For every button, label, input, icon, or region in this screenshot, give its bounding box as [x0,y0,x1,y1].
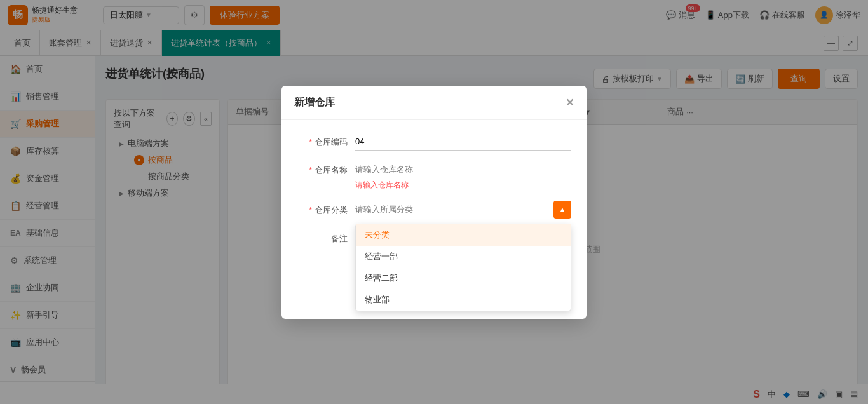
form-row-code: 仓库编码 [297,133,571,151]
classify-input[interactable] [355,201,553,218]
code-label: 仓库编码 [297,133,348,148]
dropdown-item-op1[interactable]: 经营一部 [356,246,571,267]
dialog-header: 新增仓库 ✕ [281,86,587,120]
classify-toggle-btn[interactable]: ▲ [553,201,571,219]
name-input[interactable] [355,161,571,178]
dialog-body: 仓库编码 仓库名称 请输入仓库名称 仓库分类 [281,120,587,279]
classify-control: ▲ 未分类 经营一部 经营二部 物业部 [355,201,571,219]
dropdown-item-none[interactable]: 未分类 [356,224,571,246]
form-row-name: 仓库名称 请输入仓库名称 [297,161,571,191]
code-input[interactable] [355,133,571,151]
dialog-close-button[interactable]: ✕ [566,97,574,109]
form-row-classify: 仓库分类 ▲ 未分类 经营一部 经营二部 物业部 [297,201,571,219]
dialog-title: 新增仓库 [294,96,335,109]
name-control: 请输入仓库名称 [355,161,571,191]
classify-wrapper: ▲ 未分类 经营一部 经营二部 物业部 [355,201,571,219]
classify-dropdown: 未分类 经营一部 经营二部 物业部 [355,224,571,311]
classify-input-row: ▲ [355,201,571,219]
modal-overlay[interactable]: 新增仓库 ✕ 仓库编码 仓库名称 请输入仓库名称 仓库分类 [0,0,868,404]
add-warehouse-dialog: 新增仓库 ✕ 仓库编码 仓库名称 请输入仓库名称 仓库分类 [281,86,587,319]
code-control [355,133,571,151]
note-label: 备注 [297,229,348,245]
name-label: 仓库名称 [297,161,348,176]
name-error-msg: 请输入仓库名称 [355,180,571,191]
dropdown-item-prop[interactable]: 物业部 [356,289,571,311]
classify-label: 仓库分类 [297,201,348,216]
dropdown-item-op2[interactable]: 经营二部 [356,267,571,289]
